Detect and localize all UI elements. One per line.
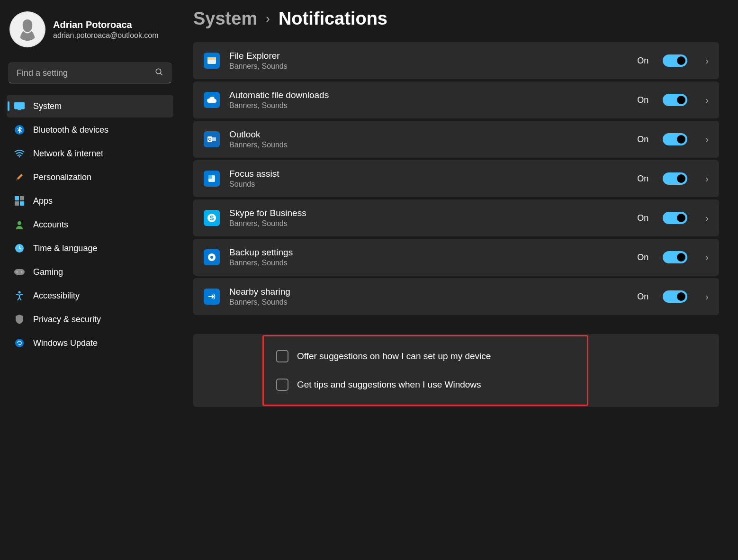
sidebar-item-apps[interactable]: Apps: [7, 190, 173, 212]
breadcrumb-parent[interactable]: System: [193, 9, 257, 29]
chevron-right-icon[interactable]: ›: [705, 291, 709, 302]
search-box[interactable]: [9, 63, 171, 83]
search-icon: [155, 68, 163, 78]
sidebar-item-label: Bluetooth & devices: [33, 125, 108, 135]
svg-point-14: [17, 271, 18, 273]
app-title: File Explorer: [229, 51, 628, 61]
svg-point-6: [19, 156, 20, 158]
app-subtitle: Banners, Sounds: [229, 259, 628, 267]
sidebar-item-windows-update[interactable]: Windows Update: [7, 332, 173, 354]
toggle-status: On: [637, 95, 648, 105]
app-subtitle: Banners, Sounds: [229, 62, 628, 71]
svg-rect-3: [14, 102, 25, 109]
svg-point-17: [15, 339, 24, 347]
chevron-right-icon[interactable]: ›: [705, 173, 709, 184]
sidebar-item-time-language[interactable]: Time & language: [7, 237, 173, 260]
toggle-status: On: [637, 174, 648, 184]
chevron-right-icon[interactable]: ›: [705, 55, 709, 66]
svg-rect-22: [212, 137, 216, 141]
breadcrumb-current: Notifications: [279, 9, 387, 29]
backup-icon: [204, 249, 220, 265]
apps-icon: [14, 196, 25, 206]
sidebar-item-system[interactable]: System: [7, 95, 173, 117]
toggle-status: On: [637, 213, 648, 223]
sidebar-item-label: Accessibility: [33, 291, 80, 301]
avatar-silhouette-icon: [11, 13, 44, 46]
skype-icon: S: [204, 210, 220, 226]
sidebar-item-privacy[interactable]: Privacy & security: [7, 308, 173, 331]
chevron-right-icon[interactable]: ›: [705, 252, 709, 263]
checkbox-row-tips[interactable]: Get tips and suggestions when I use Wind…: [273, 370, 577, 399]
toggle-switch[interactable]: [663, 54, 687, 67]
wifi-icon: [14, 148, 25, 159]
shield-icon: [14, 314, 25, 325]
search-input[interactable]: [17, 68, 155, 78]
svg-text:O: O: [208, 137, 211, 142]
sidebar-item-label: Time & language: [33, 244, 97, 253]
app-title: Outlook: [229, 129, 628, 140]
sidebar-item-network[interactable]: Network & internet: [7, 142, 173, 165]
checkbox-label: Offer suggestions on how I can set up my…: [297, 351, 491, 361]
sidebar-item-bluetooth[interactable]: Bluetooth & devices: [7, 118, 173, 141]
toggle-switch[interactable]: [663, 290, 687, 303]
app-subtitle: Sounds: [229, 180, 628, 189]
toggle-switch[interactable]: [663, 212, 687, 224]
checkbox[interactable]: [276, 350, 288, 362]
chevron-right-icon[interactable]: ›: [705, 95, 709, 106]
file-explorer-icon: [204, 53, 220, 69]
app-row-skype[interactable]: S Skype for Business Banners, Sounds On …: [193, 199, 719, 236]
svg-point-11: [18, 221, 21, 225]
svg-text:S: S: [209, 214, 214, 222]
app-subtitle: Banners, Sounds: [229, 298, 628, 307]
chevron-right-icon[interactable]: ›: [705, 213, 709, 224]
svg-rect-10: [20, 201, 24, 206]
app-title: Backup settings: [229, 247, 628, 258]
avatar: [9, 11, 45, 47]
app-row-focus-assist[interactable]: Focus assist Sounds On ›: [193, 160, 719, 197]
app-subtitle: Banners, Sounds: [229, 219, 628, 228]
toggle-switch[interactable]: [663, 251, 687, 263]
update-icon: [14, 338, 25, 348]
toggle-status: On: [637, 56, 648, 66]
checkbox[interactable]: [276, 379, 288, 391]
toggle-status: On: [637, 253, 648, 262]
checkbox-row-setup-suggestions[interactable]: Offer suggestions on how I can set up my…: [273, 342, 577, 370]
breadcrumb: System › Notifications: [193, 9, 719, 29]
checkbox-label: Get tips and suggestions when I use Wind…: [297, 379, 481, 390]
toggle-switch[interactable]: [663, 172, 687, 185]
toggle-status: On: [637, 135, 648, 145]
svg-point-28: [210, 256, 213, 259]
svg-rect-9: [15, 201, 19, 206]
app-title: Nearby sharing: [229, 287, 628, 297]
app-subtitle: Banners, Sounds: [229, 141, 628, 149]
sidebar-item-accounts[interactable]: Accounts: [7, 213, 173, 236]
sidebar-item-personalization[interactable]: Personalization: [7, 166, 173, 189]
additional-settings-section: Offer suggestions on how I can set up my…: [193, 334, 719, 407]
user-info: Adrian Potoroaca adrian.potoroaca@outloo…: [53, 19, 159, 40]
app-row-nearby-sharing[interactable]: Nearby sharing Banners, Sounds On ›: [193, 278, 719, 315]
gamepad-icon: [14, 267, 25, 277]
svg-line-2: [160, 73, 162, 75]
toggle-status: On: [637, 292, 648, 302]
app-row-auto-downloads[interactable]: Automatic file downloads Banners, Sounds…: [193, 81, 719, 118]
svg-rect-13: [14, 269, 25, 275]
person-icon: [14, 219, 25, 230]
cloud-icon: [204, 92, 220, 108]
svg-point-1: [156, 69, 161, 74]
bluetooth-icon: [14, 125, 25, 135]
toggle-switch[interactable]: [663, 94, 687, 106]
app-row-backup[interactable]: Backup settings Banners, Sounds On ›: [193, 239, 719, 276]
sidebar-item-accessibility[interactable]: Accessibility: [7, 284, 173, 307]
user-section[interactable]: Adrian Potoroaca adrian.potoroaca@outloo…: [6, 8, 174, 57]
toggle-switch[interactable]: [663, 133, 687, 145]
app-row-file-explorer[interactable]: File Explorer Banners, Sounds On ›: [193, 42, 719, 79]
sidebar-item-label: Gaming: [33, 267, 63, 277]
app-title: Skype for Business: [229, 208, 628, 218]
highlight-annotation: Offer suggestions on how I can set up my…: [262, 335, 588, 406]
sidebar-item-gaming[interactable]: Gaming: [7, 261, 173, 283]
app-title: Focus assist: [229, 169, 628, 179]
chevron-right-icon[interactable]: ›: [705, 134, 709, 145]
brush-icon: [14, 172, 25, 182]
app-row-outlook[interactable]: O Outlook Banners, Sounds On ›: [193, 121, 719, 158]
sidebar-item-label: Personalization: [33, 172, 91, 182]
